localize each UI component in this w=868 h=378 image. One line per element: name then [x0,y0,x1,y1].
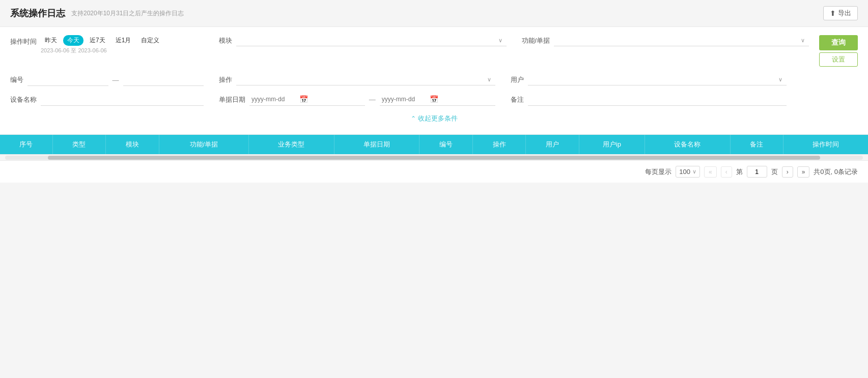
filter-area: 操作时间 昨天 今天 近7天 近1月 自定义 2023-06-06 至 2023… [0,27,868,135]
page-size-select[interactable]: 100 ∨ [676,166,700,178]
operation-time-label: 操作时间 [10,35,37,46]
collapse-label: 收起更多条件 [418,114,458,123]
action-buttons: 查询 设置 [809,35,858,67]
col-biz-type: 业务类型 [249,135,334,154]
table-container: 序号 类型 模块 功能/单据 业务类型 单据日期 编号 操作 用户 用户ip 设… [0,135,868,154]
page-size-arrow-icon: ∨ [692,168,696,175]
col-note: 备注 [730,135,783,154]
export-icon: ⬆ [830,9,836,17]
time-buttons: 昨天 今天 近7天 近1月 自定义 [41,35,163,46]
scrollbar-track [5,156,863,160]
first-page-button[interactable]: « [704,166,717,178]
page-header: 系统操作日志 支持2020年10月31日之后产生的操作日志 ⬆ 导出 [0,0,868,27]
page-label: 第 [736,167,743,177]
module-arrow-icon: ∨ [498,37,502,44]
col-module: 模块 [106,135,159,154]
date-to-wrap: 📅 [380,93,495,106]
pagination-bar: 每页显示 100 ∨ « ‹ 第 页 › » 共0页, 0条记录 [0,160,868,183]
horizontal-scrollbar[interactable] [0,154,868,160]
export-button[interactable]: ⬆ 导出 [823,6,858,20]
voucher-date-label: 单据日期 [219,95,245,104]
col-user: 用户 [526,135,579,154]
time-btn-1month[interactable]: 近1月 [111,35,135,46]
operation-arrow-icon: ∨ [487,76,491,83]
page-title: 系统操作日志 [10,7,65,19]
page-size-label: 每页显示 [645,167,671,177]
number-label: 编号 [10,75,23,84]
note-input[interactable] [528,94,787,106]
calendar-to-icon[interactable]: 📅 [430,95,438,103]
operation-select[interactable]: ∨ [236,74,495,85]
collapse-button[interactable]: ⌃ 收起更多条件 [10,111,858,126]
function-select[interactable]: ∨ [554,35,809,46]
page-subtitle: 支持2020年10月31日之后产生的操作日志 [71,9,184,18]
date-range-display: 2023-06-06 至 2023-06-06 [41,47,163,54]
time-btn-7days[interactable]: 近7天 [86,35,109,46]
user-label: 用户 [511,75,524,84]
col-user-ip: 用户ip [579,135,645,154]
title-area: 系统操作日志 支持2020年10月31日之后产生的操作日志 [10,7,184,19]
function-arrow-icon: ∨ [801,37,805,44]
col-function: 功能/单据 [159,135,248,154]
user-select[interactable]: ∨ [528,74,787,85]
time-btn-custom[interactable]: 自定义 [137,35,163,46]
time-section: 昨天 今天 近7天 近1月 自定义 2023-06-06 至 2023-06-0… [41,35,163,54]
note-label: 备注 [511,95,524,104]
date-dash: — [365,96,380,103]
user-arrow-icon: ∨ [778,76,782,83]
date-from-wrap: 📅 [249,93,365,106]
next-page-button[interactable]: › [782,166,793,178]
col-index: 序号 [0,135,52,154]
col-type: 类型 [52,135,105,154]
device-input[interactable] [41,94,204,106]
col-op-time: 操作时间 [783,135,868,154]
export-label: 导出 [838,9,851,18]
col-device: 设备名称 [645,135,730,154]
data-table: 序号 类型 模块 功能/单据 业务类型 单据日期 编号 操作 用户 用户ip 设… [0,135,868,154]
page-unit: 页 [771,167,778,177]
total-text: 共0页, 0条记录 [814,167,858,177]
date-to-input[interactable] [382,96,428,103]
time-btn-yesterday[interactable]: 昨天 [41,35,61,46]
number-to-input[interactable] [123,74,204,86]
collapse-icon: ⌃ [411,115,416,122]
query-button[interactable]: 查询 [819,35,858,50]
function-label: 功能/单据 [522,36,550,45]
calendar-from-icon[interactable]: 📅 [299,95,308,103]
prev-page-button[interactable]: ‹ [721,166,732,178]
settings-button[interactable]: 设置 [819,52,858,67]
col-voucher-date: 单据日期 [334,135,419,154]
module-label: 模块 [219,36,232,45]
date-from-input[interactable] [251,96,297,103]
col-operation: 操作 [472,135,525,154]
number-dash: — [108,76,123,84]
operation-label: 操作 [219,75,232,84]
time-btn-today[interactable]: 今天 [63,35,83,46]
number-from-input[interactable] [27,74,108,86]
page-size-value: 100 [679,168,690,176]
page-number-input[interactable] [747,166,767,178]
last-page-button[interactable]: » [797,166,810,178]
header-row: 序号 类型 模块 功能/单据 业务类型 单据日期 编号 操作 用户 用户ip 设… [0,135,868,154]
col-number: 编号 [419,135,472,154]
table-header: 序号 类型 模块 功能/单据 业务类型 单据日期 编号 操作 用户 用户ip 设… [0,135,868,154]
module-select[interactable]: ∨ [236,35,507,46]
scrollbar-thumb [48,156,820,160]
device-label: 设备名称 [10,95,37,104]
